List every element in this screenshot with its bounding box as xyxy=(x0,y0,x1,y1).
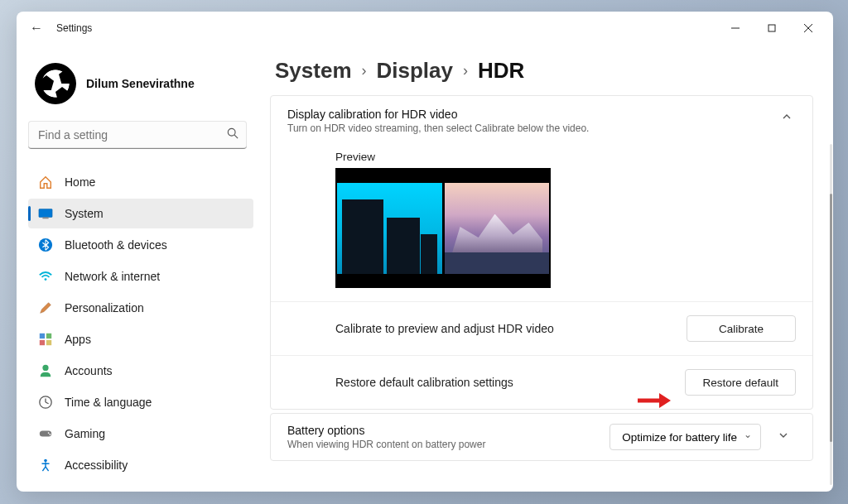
sidebar-item-system[interactable]: System xyxy=(28,199,253,228)
svg-rect-13 xyxy=(46,340,51,345)
svg-rect-11 xyxy=(46,334,51,338)
sidebar-item-label: Gaming xyxy=(65,427,105,440)
accessibility-icon xyxy=(38,458,53,473)
profile[interactable]: Dilum Senevirathne xyxy=(28,51,253,121)
sidebar-item-label: Accounts xyxy=(65,364,113,377)
svg-point-9 xyxy=(45,278,47,281)
app-title: Settings xyxy=(56,22,92,34)
titlebar: ← Settings xyxy=(17,12,833,45)
sidebar-item-apps[interactable]: Apps xyxy=(28,324,253,354)
panel-title: Display calibration for HDR video xyxy=(287,108,589,121)
scrollbar-thumb[interactable] xyxy=(830,194,832,442)
restore-row: Restore default calibration settings Res… xyxy=(271,355,812,409)
svg-rect-12 xyxy=(40,340,45,345)
sidebar-item-accounts[interactable]: Accounts xyxy=(28,356,253,386)
svg-point-19 xyxy=(48,432,50,434)
svg-rect-10 xyxy=(40,334,45,338)
row-label: Restore default calibration settings xyxy=(335,376,513,389)
scrollbar-track[interactable] xyxy=(830,144,832,485)
expand-button[interactable] xyxy=(771,425,796,449)
svg-point-14 xyxy=(42,365,48,371)
search-input[interactable] xyxy=(28,121,247,149)
row-label: Calibrate to preview and adjust HDR vide… xyxy=(335,322,554,335)
nav-list: Home System Bluetooth & devices Network … xyxy=(28,167,253,480)
back-button[interactable]: ← xyxy=(30,21,43,36)
svg-rect-1 xyxy=(768,25,775,31)
gamepad-icon xyxy=(38,426,53,441)
close-button[interactable] xyxy=(790,16,826,41)
sidebar-item-time[interactable]: Time & language xyxy=(28,387,253,417)
bluetooth-icon xyxy=(38,238,53,252)
sidebar-item-label: System xyxy=(65,207,104,220)
svg-rect-7 xyxy=(42,218,48,219)
sidebar-item-home[interactable]: Home xyxy=(28,167,253,197)
dropdown-value: Optimize for battery life xyxy=(622,431,737,444)
battery-option-dropdown[interactable]: Optimize for battery life xyxy=(610,424,761,450)
svg-line-17 xyxy=(46,402,49,404)
sidebar-item-accessibility[interactable]: Accessibility xyxy=(28,450,253,480)
preview-video[interactable] xyxy=(335,168,551,288)
svg-rect-18 xyxy=(40,430,51,436)
home-icon xyxy=(38,175,53,190)
preview-label: Preview xyxy=(335,151,748,163)
wifi-icon xyxy=(38,269,53,284)
svg-point-21 xyxy=(44,459,47,463)
profile-name: Dilum Senevirathne xyxy=(86,77,195,90)
sidebar-item-bluetooth[interactable]: Bluetooth & devices xyxy=(28,230,253,260)
hdr-calibration-panel: Display calibration for HDR video Turn o… xyxy=(270,95,813,410)
preview-image-mountain xyxy=(445,183,550,274)
breadcrumb-system[interactable]: System xyxy=(275,58,352,84)
sidebar-item-label: Personalization xyxy=(65,301,144,314)
breadcrumb-current: HDR xyxy=(478,58,524,84)
sidebar-item-label: Apps xyxy=(65,333,91,346)
chevron-right-icon: › xyxy=(362,62,367,79)
main-content: System › Display › HDR Display calibrati… xyxy=(257,45,833,492)
sidebar: Dilum Senevirathne Home System xyxy=(17,45,257,492)
sidebar-item-personalization[interactable]: Personalization xyxy=(28,293,253,323)
svg-point-4 xyxy=(228,128,235,136)
sidebar-item-label: Home xyxy=(65,175,95,189)
clock-icon xyxy=(38,395,53,410)
svg-line-5 xyxy=(234,135,238,138)
sidebar-item-label: Bluetooth & devices xyxy=(65,238,167,252)
restore-default-button[interactable]: Restore default xyxy=(685,369,796,396)
breadcrumb-display[interactable]: Display xyxy=(377,58,454,84)
sidebar-item-label: Network & internet xyxy=(65,270,160,283)
search-icon xyxy=(227,127,238,142)
calibrate-row: Calibrate to preview and adjust HDR vide… xyxy=(271,301,812,355)
settings-window: ← Settings Dilum Senevirathne xyxy=(17,12,833,492)
avatar xyxy=(35,63,76,104)
person-icon xyxy=(38,363,53,378)
sidebar-item-label: Accessibility xyxy=(65,458,128,472)
sidebar-item-label: Time & language xyxy=(65,396,152,409)
sidebar-item-gaming[interactable]: Gaming xyxy=(28,419,253,449)
collapse-button[interactable] xyxy=(778,108,796,129)
panel-subtitle: Turn on HDR video streaming, then select… xyxy=(287,122,589,134)
svg-point-20 xyxy=(50,434,51,435)
breadcrumb: System › Display › HDR xyxy=(270,53,813,95)
maximize-button[interactable] xyxy=(754,16,790,41)
sidebar-item-network[interactable]: Network & internet xyxy=(28,262,253,291)
panel-title: Battery options xyxy=(287,424,485,437)
panel-subtitle: When viewing HDR content on battery powe… xyxy=(287,439,485,450)
chevron-right-icon: › xyxy=(463,62,468,79)
system-icon xyxy=(38,206,53,221)
preview-image-city xyxy=(337,183,442,274)
battery-options-panel: Battery options When viewing HDR content… xyxy=(270,413,813,461)
calibrate-button[interactable]: Calibrate xyxy=(687,315,796,342)
svg-rect-6 xyxy=(39,209,52,218)
brush-icon xyxy=(38,300,53,315)
apps-icon xyxy=(38,332,53,347)
minimize-button[interactable] xyxy=(717,16,754,41)
